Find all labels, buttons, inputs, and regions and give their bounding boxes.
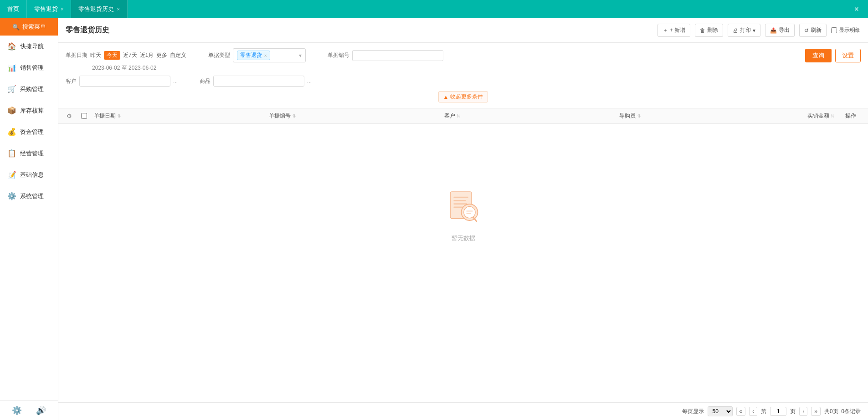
- basic-info-icon: 📝: [7, 170, 16, 179]
- tab-retail-return[interactable]: 零售退货 ×: [27, 0, 71, 18]
- tab-home[interactable]: 首页: [0, 0, 27, 18]
- doc-type-tag: 零售退货 ×: [237, 51, 270, 60]
- sidebar-item-purchase-label: 采购管理: [20, 85, 44, 93]
- window-close-button[interactable]: ×: [850, 5, 863, 14]
- tab-retail-return-history-close[interactable]: ×: [117, 6, 119, 12]
- top-bar: 首页 零售退货 × 零售退货历史 × ×: [0, 0, 868, 18]
- export-button[interactable]: 📤 导出: [765, 24, 795, 37]
- first-page-button[interactable]: «: [736, 407, 746, 416]
- doc-type-tag-close[interactable]: ×: [264, 53, 267, 58]
- customer-input[interactable]: [79, 76, 170, 87]
- show-detail-checkbox[interactable]: [831, 27, 837, 33]
- main-layout: 🔍 搜索菜单 🏠 快捷导航 📊 销售管理 🛒 采购管理 📦 库存核算 💰 资金管…: [0, 18, 868, 420]
- tab-retail-return-history-label: 零售退货历史: [78, 5, 114, 13]
- new-button[interactable]: ＋ + 新增: [657, 24, 690, 37]
- page-unit: 页: [790, 408, 796, 415]
- filter-date: 单据日期 昨天 今天 近7天 近1月 更多 自定义: [66, 51, 186, 60]
- th-doc-number[interactable]: 单据编号 ⇅: [266, 108, 441, 123]
- per-page-label: 每页显示: [682, 408, 704, 415]
- collapse-button[interactable]: ▲ 收起更多条件: [438, 91, 488, 102]
- refresh-button[interactable]: ↺ 刷新: [799, 24, 827, 37]
- table-select-all-checkbox[interactable]: [77, 113, 91, 119]
- doc-type-select[interactable]: 零售退货 × ▾: [233, 48, 306, 62]
- date-range-row: 2023-06-02 至 2023-06-02: [92, 64, 861, 72]
- query-button[interactable]: 查询: [805, 49, 832, 62]
- th-doc-date-label: 单据日期: [94, 112, 116, 120]
- operations-icon: 📋: [7, 149, 16, 158]
- filter-area: 单据日期 昨天 今天 近7天 近1月 更多 自定义 单据类型: [58, 43, 868, 108]
- doc-number-input[interactable]: [352, 50, 443, 61]
- th-customer-label: 客户: [444, 112, 455, 120]
- date-opt-more[interactable]: 更多: [156, 51, 167, 59]
- show-detail-checkbox-label[interactable]: 显示明细: [831, 26, 861, 34]
- page-title: 零售退货历史: [66, 26, 109, 35]
- print-button[interactable]: 🖨 打印 ▾: [728, 24, 760, 37]
- sidebar-search[interactable]: 🔍 搜索菜单: [0, 18, 58, 36]
- sort-customer-icon: ⇅: [457, 113, 460, 118]
- filter-row-2: 客户 ... 商品 ...: [66, 76, 861, 87]
- pagination-bar: 每页显示 50 10 20 100 « ‹ 第 页 › » 共0页, 0条记录: [58, 402, 868, 420]
- th-guide[interactable]: 导购员 ⇅: [616, 108, 791, 123]
- sort-amount-icon: ⇅: [831, 113, 834, 118]
- sidebar-item-basic-info[interactable]: 📝 基础信息: [0, 164, 58, 185]
- svg-point-6: [463, 206, 475, 218]
- sidebar-item-quick-nav[interactable]: 🏠 快捷导航: [0, 36, 58, 57]
- sidebar-item-finance[interactable]: 💰 资金管理: [0, 121, 58, 143]
- customer-ellipsis: ...: [173, 78, 178, 84]
- sidebar-item-system[interactable]: ⚙️ 系统管理: [0, 185, 58, 207]
- tab-home-label: 首页: [7, 5, 19, 13]
- date-opt-7days[interactable]: 近7天: [123, 51, 137, 59]
- filter-row-1: 单据日期 昨天 今天 近7天 近1月 更多 自定义 单据类型: [66, 48, 861, 62]
- sidebar-item-sales[interactable]: 📊 销售管理: [0, 57, 58, 78]
- date-opt-1month[interactable]: 近1月: [140, 51, 154, 59]
- filter-goods: 商品 ...: [200, 76, 312, 87]
- sales-icon: 📊: [7, 63, 16, 72]
- th-doc-number-label: 单据编号: [269, 112, 291, 120]
- doc-type-dropdown-icon: ▾: [299, 52, 302, 59]
- sidebar-item-operations[interactable]: 📋 经营管理: [0, 143, 58, 164]
- doc-type-filter-label: 单据类型: [208, 51, 230, 59]
- next-page-button[interactable]: ›: [799, 407, 807, 416]
- empty-state: 暂无数据: [58, 124, 868, 306]
- th-doc-date[interactable]: 单据日期 ⇅: [91, 108, 266, 123]
- filter-buttons: 查询 设置: [805, 49, 861, 62]
- tab-retail-return-history[interactable]: 零售退货历史 ×: [71, 0, 127, 18]
- sidebar-item-inventory[interactable]: 📦 库存核算: [0, 100, 58, 121]
- delete-button[interactable]: 🗑 删除: [695, 24, 723, 37]
- sidebar-item-sales-label: 销售管理: [20, 64, 44, 72]
- sidebar-item-operations-label: 经营管理: [20, 149, 44, 158]
- sidebar-item-finance-label: 资金管理: [20, 128, 44, 136]
- filter-customer: 客户 ...: [66, 76, 178, 87]
- date-filter-label: 单据日期: [66, 51, 87, 59]
- last-page-button[interactable]: »: [811, 407, 821, 416]
- date-opt-yesterday[interactable]: 昨天: [90, 51, 101, 59]
- collapse-row: ▲ 收起更多条件: [66, 91, 861, 102]
- setting-button[interactable]: 设置: [835, 49, 861, 62]
- th-amount-label: 实销金额: [807, 112, 829, 120]
- prev-page-button[interactable]: ‹: [749, 407, 757, 416]
- per-page-select[interactable]: 50 10 20 100: [708, 406, 733, 416]
- goods-input[interactable]: [213, 76, 304, 87]
- volume-icon[interactable]: 🔊: [36, 405, 46, 415]
- settings-bottom-icon[interactable]: ⚙️: [12, 405, 22, 415]
- select-all-input[interactable]: [81, 113, 87, 119]
- table-settings-icon[interactable]: ⚙: [62, 113, 77, 119]
- page-input[interactable]: [770, 407, 786, 416]
- sidebar-item-purchase[interactable]: 🛒 采购管理: [0, 78, 58, 100]
- th-guide-label: 导购员: [619, 112, 636, 120]
- svg-rect-2: [453, 200, 466, 201]
- sort-guide-icon: ⇅: [637, 113, 641, 118]
- delete-icon: 🗑: [700, 27, 705, 34]
- delete-label: 删除: [707, 26, 718, 34]
- th-amount[interactable]: 实销金额 ⇅: [791, 108, 837, 123]
- th-customer[interactable]: 客户 ⇅: [442, 108, 616, 123]
- th-ops: 操作: [837, 108, 864, 123]
- date-opt-today[interactable]: 今天: [104, 51, 120, 60]
- sidebar: 🔍 搜索菜单 🏠 快捷导航 📊 销售管理 🛒 采购管理 📦 库存核算 💰 资金管…: [0, 18, 58, 420]
- finance-icon: 💰: [7, 128, 16, 136]
- content-area: 零售退货历史 ＋ + 新增 🗑 删除 🖨 打印 ▾ 📤 导出: [58, 18, 868, 420]
- refresh-label: 刷新: [811, 26, 822, 34]
- date-opt-custom[interactable]: 自定义: [170, 51, 186, 59]
- top-bar-right: ×: [850, 5, 868, 14]
- tab-retail-return-close[interactable]: ×: [61, 6, 63, 12]
